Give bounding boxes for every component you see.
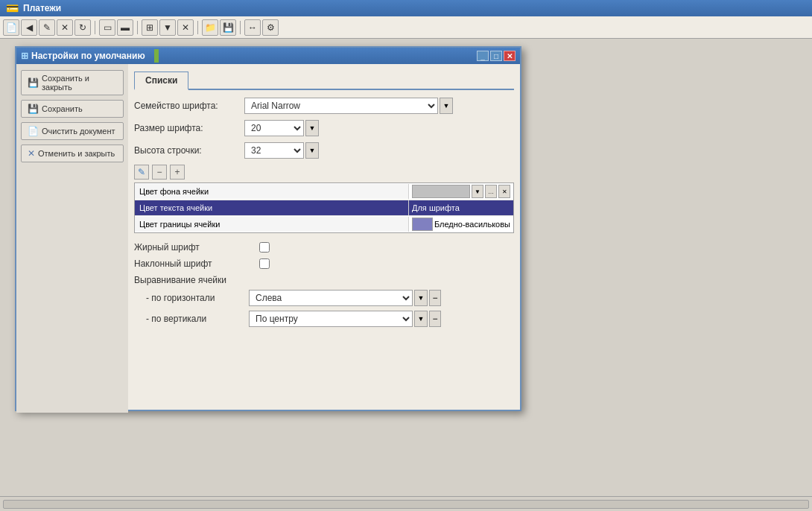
align-horiz-control: Слева ▼ − xyxy=(249,290,441,306)
background-area: ⊞ Настройки по умолчанию _ □ ✕ 💾 Сохрани… xyxy=(0,39,812,496)
align-horiz-row: - по горизонтали Слева ▼ − xyxy=(146,290,514,306)
align-vert-minus[interactable]: − xyxy=(429,311,441,327)
save-icon: 💾 xyxy=(28,104,39,114)
toolbar-btn-width[interactable]: ↔ xyxy=(244,19,261,36)
modal-titlebar: ⊞ Настройки по умолчанию _ □ ✕ xyxy=(16,48,520,64)
toolbar-btn-save[interactable]: 💾 xyxy=(220,19,236,36)
color-bg-swatch[interactable] xyxy=(412,185,470,198)
font-family-row: Семейство шрифта: Arial Narrow ▼ xyxy=(134,98,514,114)
toolbar-sep-2 xyxy=(137,21,138,34)
toolbar-btn-open[interactable]: 📁 xyxy=(202,19,218,36)
color-bg-value: ▼ … ✕ xyxy=(409,183,513,200)
italic-label: Наклонный шрифт xyxy=(134,258,253,269)
clear-icon: 📄 xyxy=(28,126,39,136)
toolbar-btn-edit[interactable]: ✎ xyxy=(39,19,55,36)
modal-title-area: ⊞ Настройки по умолчанию xyxy=(21,49,159,63)
edit-color-button[interactable]: ✎ xyxy=(134,165,149,180)
font-family-label: Семейство шрифта: xyxy=(134,101,238,111)
modal-maximize-button[interactable]: □ xyxy=(490,51,502,61)
align-vert-select[interactable]: По центру xyxy=(249,311,413,327)
save-close-label: Сохранить и закрыть xyxy=(42,74,117,92)
font-size-control: 20 ▼ xyxy=(244,120,319,136)
add-color-button[interactable]: + xyxy=(170,165,185,180)
color-bg-dropdown[interactable]: ▼ xyxy=(472,185,483,198)
align-horiz-minus[interactable]: − xyxy=(429,290,441,306)
italic-checkbox[interactable] xyxy=(259,258,270,269)
modal-minimize-button[interactable]: _ xyxy=(477,51,489,61)
color-row-border: Цвет границы ячейки Бледно-васильковы xyxy=(135,216,513,232)
save-close-button[interactable]: 💾 Сохранить и закрыть xyxy=(21,70,124,95)
modal-close-button[interactable]: ✕ xyxy=(504,51,516,61)
font-size-row: Размер шрифта: 20 ▼ xyxy=(134,120,514,136)
row-height-select[interactable]: 32 xyxy=(244,142,304,159)
color-border-value: Бледно-васильковы xyxy=(409,216,513,232)
tab-lists[interactable]: Списки xyxy=(134,72,188,90)
toolbar-btn-filter[interactable]: ▼ xyxy=(159,19,176,36)
font-family-control: Arial Narrow ▼ xyxy=(244,98,453,114)
bold-checkbox[interactable] xyxy=(259,242,270,253)
align-section-label: Выравнивание ячейки xyxy=(134,275,514,285)
color-border-text: Бледно-васильковы xyxy=(434,220,510,229)
row-height-dropdown-arrow[interactable]: ▼ xyxy=(305,142,319,159)
font-size-label: Размер шрифта: xyxy=(134,123,238,133)
color-bg-label: Цвет фона ячейки xyxy=(135,184,409,199)
toolbar-btn-delete[interactable]: ✕ xyxy=(57,19,73,36)
row-height-control: 32 ▼ xyxy=(244,142,319,159)
align-vert-label: - по вертикали xyxy=(146,314,243,324)
save-close-icon: 💾 xyxy=(28,77,39,88)
bold-label: Жирный шрифт xyxy=(134,242,253,253)
toolbar-btn-back[interactable]: ◀ xyxy=(21,19,37,36)
font-size-dropdown-arrow[interactable]: ▼ xyxy=(305,120,319,136)
color-row-bg: Цвет фона ячейки ▼ … ✕ xyxy=(135,183,513,200)
clear-button[interactable]: 📄 Очистить документ xyxy=(21,122,124,140)
align-vert-row: - по вертикали По центру ▼ − xyxy=(146,311,514,327)
remove-color-button[interactable]: − xyxy=(152,165,167,180)
toolbar-btn-cols[interactable]: ⊞ xyxy=(142,19,158,36)
color-grid: Цвет фона ячейки ▼ … ✕ Цвет текста ячейк… xyxy=(134,182,514,233)
cancel-icon: ✕ xyxy=(28,148,35,159)
cancel-close-button[interactable]: ✕ Отменить и закрыть xyxy=(21,145,124,162)
toolbar-btn-refresh[interactable]: ↻ xyxy=(74,19,91,36)
row-height-row: Высота строчки: 32 ▼ xyxy=(134,142,514,159)
font-family-select[interactable]: Arial Narrow xyxy=(244,98,438,114)
color-text-value: Для шрифта xyxy=(409,202,513,214)
bold-row: Жирный шрифт xyxy=(134,242,514,253)
color-bg-clear[interactable]: ✕ xyxy=(498,185,510,198)
align-horiz-select[interactable]: Слева xyxy=(249,290,413,306)
italic-row: Наклонный шрифт xyxy=(134,258,514,269)
title-bar: 💳 Платежи xyxy=(0,0,812,16)
tab-lists-label: Списки xyxy=(145,75,177,86)
toolbar-btn-minus[interactable]: ▭ xyxy=(99,19,115,36)
color-border-swatch[interactable] xyxy=(412,218,433,231)
clear-label: Очистить документ xyxy=(42,127,115,136)
modal-window-controls: _ □ ✕ xyxy=(477,51,516,61)
color-text-label: Цвет текста ячейки xyxy=(135,200,409,215)
modal-title: Настройки по умолчанию xyxy=(31,51,145,61)
toolbar-btn-filter-clear[interactable]: ✕ xyxy=(177,19,194,36)
font-size-select[interactable]: 20 xyxy=(244,120,304,136)
cancel-label: Отменить и закрыть xyxy=(38,149,115,158)
modal-sidebar: 💾 Сохранить и закрыть 💾 Сохранить 📄 Очис… xyxy=(16,64,128,413)
color-grid-toolbar: ✎ − + xyxy=(134,165,514,180)
font-family-dropdown-arrow[interactable]: ▼ xyxy=(440,98,453,114)
row-height-label: Высота строчки: xyxy=(134,145,238,156)
save-label: Сохранить xyxy=(42,104,83,113)
color-text-text: Для шрифта xyxy=(412,203,460,212)
window-title: Платежи xyxy=(23,3,61,13)
toolbar-btn-new[interactable]: 📄 xyxy=(3,19,19,36)
app-icon: 💳 xyxy=(6,2,19,14)
accent-indicator xyxy=(154,49,159,63)
align-horiz-dropdown[interactable]: ▼ xyxy=(414,290,428,306)
toolbar-btn-settings[interactable]: ⚙ xyxy=(262,19,279,36)
modal-grid-icon: ⊞ xyxy=(21,51,28,61)
save-button[interactable]: 💾 Сохранить xyxy=(21,100,124,118)
main-toolbar: 📄 ◀ ✎ ✕ ↻ ▭ ▬ ⊞ ▼ ✕ 📁 💾 ↔ ⚙ xyxy=(0,16,812,39)
align-vert-control: По центру ▼ − xyxy=(249,311,441,327)
color-row-text: Цвет текста ячейки Для шрифта xyxy=(135,200,513,216)
modal-main-area: Списки Семейство шрифта: Arial Narrow ▼ xyxy=(128,64,520,413)
align-vert-dropdown[interactable]: ▼ xyxy=(414,311,428,327)
toolbar-btn-plus[interactable]: ▬ xyxy=(117,19,133,36)
modal-body: 💾 Сохранить и закрыть 💾 Сохранить 📄 Очис… xyxy=(16,64,520,413)
color-bg-edit[interactable]: … xyxy=(485,185,497,198)
horizontal-scrollbar[interactable] xyxy=(3,500,809,509)
